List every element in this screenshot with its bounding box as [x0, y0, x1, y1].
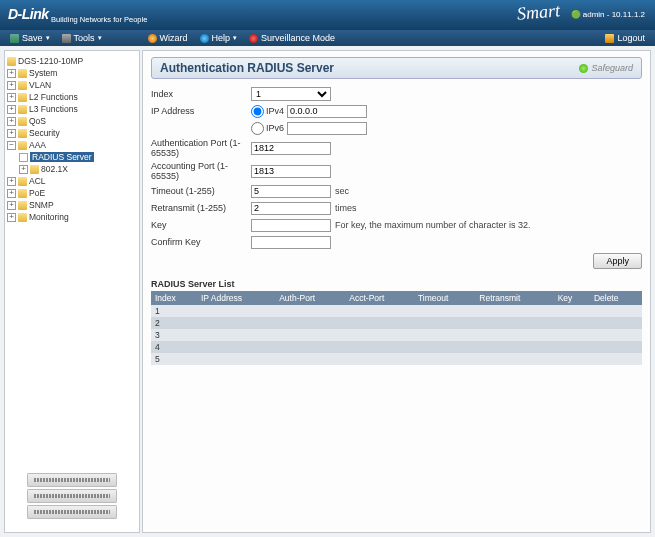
list-title: RADIUS Server List	[151, 279, 642, 289]
retransmit-input[interactable]	[251, 202, 331, 215]
tree-8021x[interactable]: +802.1X	[7, 163, 137, 175]
ipv4-input[interactable]	[287, 105, 367, 118]
folder-icon	[18, 213, 27, 222]
key-input[interactable]	[251, 219, 331, 232]
menu-tools[interactable]: Tools▾	[58, 33, 106, 43]
acct-port-label: Accounting Port (1-65535)	[151, 161, 251, 181]
tree-security[interactable]: +Security	[7, 127, 137, 139]
col-delete: Delete	[590, 291, 642, 305]
folder-icon	[18, 201, 27, 210]
expand-icon[interactable]: +	[7, 105, 16, 114]
auth-port-input[interactable]	[251, 142, 331, 155]
tree-system[interactable]: +System	[7, 67, 137, 79]
expand-icon[interactable]: +	[7, 201, 16, 210]
confirm-key-label: Confirm Key	[151, 237, 251, 247]
expand-icon[interactable]: +	[7, 93, 16, 102]
tree-monitoring[interactable]: +Monitoring	[7, 211, 137, 223]
col-acct-port: Acct-Port	[345, 291, 414, 305]
tree-radius-server[interactable]: RADIUS Server	[7, 151, 137, 163]
tree-aaa[interactable]: −AAA	[7, 139, 137, 151]
nav-sidebar: DGS-1210-10MP +System +VLAN +L2 Function…	[4, 50, 140, 533]
smart-logo: Smart	[516, 0, 561, 25]
collapse-icon[interactable]: −	[7, 141, 16, 150]
tree-poe[interactable]: +PoE	[7, 187, 137, 199]
tree-qos[interactable]: +QoS	[7, 115, 137, 127]
table-row[interactable]: 1	[151, 305, 642, 317]
tree-acl[interactable]: +ACL	[7, 175, 137, 187]
ip-label: IP Address	[151, 106, 251, 116]
expand-icon[interactable]: +	[7, 69, 16, 78]
expand-icon[interactable]: +	[7, 117, 16, 126]
chevron-down-icon: ▾	[46, 34, 50, 42]
col-key: Key	[554, 291, 590, 305]
col-index: Index	[151, 291, 197, 305]
tree-vlan[interactable]: +VLAN	[7, 79, 137, 91]
col-ip: IP Address	[197, 291, 275, 305]
table-row[interactable]: 2	[151, 317, 642, 329]
tree-snmp[interactable]: +SNMP	[7, 199, 137, 211]
ipv6-input[interactable]	[287, 122, 367, 135]
folder-icon	[30, 165, 39, 174]
index-label: Index	[151, 89, 251, 99]
menu-logout[interactable]: Logout	[601, 33, 649, 43]
expand-icon[interactable]: +	[7, 129, 16, 138]
table-row[interactable]: 3	[151, 329, 642, 341]
menu-save[interactable]: Save▾	[6, 33, 54, 43]
radius-form: Index 1 IP Address IPv4 IPv6 Authenticat…	[151, 87, 642, 365]
table-row[interactable]: 4	[151, 341, 642, 353]
timeout-unit: sec	[335, 186, 349, 196]
device-image	[5, 462, 139, 532]
expand-icon[interactable]: +	[7, 177, 16, 186]
timeout-input[interactable]	[251, 185, 331, 198]
help-icon	[200, 34, 209, 43]
col-timeout: Timeout	[414, 291, 475, 305]
chevron-down-icon: ▾	[98, 34, 102, 42]
expand-icon[interactable]: +	[7, 81, 16, 90]
save-icon	[10, 34, 19, 43]
menu-surveillance[interactable]: Surveillance Mode	[245, 33, 339, 43]
chevron-down-icon: ▾	[233, 34, 237, 42]
table-row[interactable]: 5	[151, 353, 642, 365]
col-auth-port: Auth-Port	[275, 291, 345, 305]
retransmit-unit: times	[335, 203, 357, 213]
acct-port-input[interactable]	[251, 165, 331, 178]
apply-button[interactable]: Apply	[593, 253, 642, 269]
page-icon	[19, 153, 28, 162]
folder-icon	[18, 93, 27, 102]
folder-icon	[18, 141, 27, 150]
ipv4-label: IPv4	[266, 106, 284, 116]
key-hint: For key, the maximum number of character…	[335, 220, 530, 230]
nav-tree: DGS-1210-10MP +System +VLAN +L2 Function…	[5, 51, 139, 462]
col-retransmit: Retransmit	[475, 291, 553, 305]
page-title: Authentication RADIUS Server	[160, 61, 579, 75]
menu-help[interactable]: Help▾	[196, 33, 242, 43]
ipv6-radio[interactable]	[251, 122, 264, 135]
folder-icon	[18, 69, 27, 78]
confirm-key-input[interactable]	[251, 236, 331, 249]
wizard-icon	[148, 34, 157, 43]
page-titlebar: Authentication RADIUS Server Safeguard	[151, 57, 642, 79]
main-panel: Authentication RADIUS Server Safeguard I…	[142, 50, 651, 533]
folder-icon	[18, 129, 27, 138]
folder-icon	[18, 189, 27, 198]
tree-device[interactable]: DGS-1210-10MP	[7, 55, 137, 67]
main-menu: Save▾ Tools▾ Wizard Help▾ Surveillance M…	[0, 30, 655, 46]
expand-icon[interactable]: +	[7, 213, 16, 222]
expand-icon[interactable]: +	[7, 189, 16, 198]
brand-text: D-Link	[8, 6, 49, 22]
safeguard-badge: Safeguard	[579, 63, 633, 73]
expand-icon[interactable]: +	[19, 165, 28, 174]
auth-port-label: Authentication Port (1-65535)	[151, 138, 251, 158]
tools-icon	[62, 34, 71, 43]
folder-icon	[18, 81, 27, 90]
tree-l3[interactable]: +L3 Functions	[7, 103, 137, 115]
folder-icon	[18, 105, 27, 114]
safeguard-icon	[579, 64, 588, 73]
retransmit-label: Retransmit (1-255)	[151, 203, 251, 213]
ipv4-radio[interactable]	[251, 105, 264, 118]
radius-server-table: Index IP Address Auth-Port Acct-Port Tim…	[151, 291, 642, 365]
tree-l2[interactable]: +L2 Functions	[7, 91, 137, 103]
index-select[interactable]: 1	[251, 87, 331, 101]
menu-wizard[interactable]: Wizard	[144, 33, 192, 43]
brand-tagline: Building Networks for People	[51, 15, 147, 24]
